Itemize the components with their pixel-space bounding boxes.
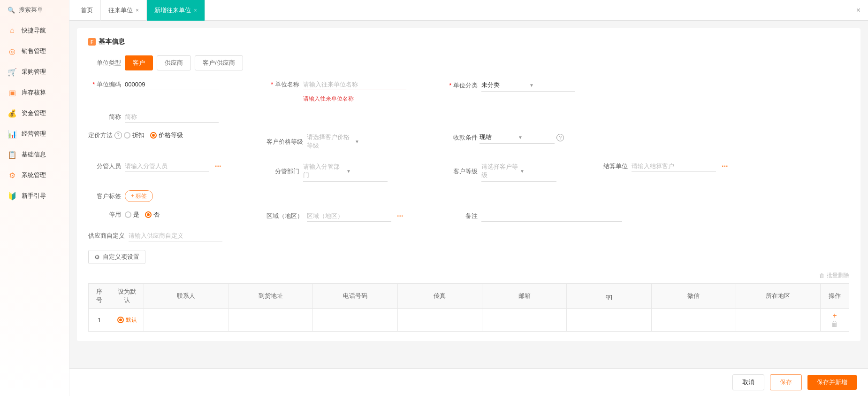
manager-more-btn[interactable]: ··· bbox=[213, 162, 223, 171]
default-radio-circle bbox=[117, 317, 124, 323]
unit-type-customer[interactable]: 客户 bbox=[125, 55, 153, 70]
sidebar-item-guide[interactable]: 🔰 新手引导 bbox=[0, 186, 69, 206]
sidebar-search[interactable]: 🔍 搜索菜单 bbox=[0, 0, 69, 20]
unit-type-both[interactable]: 客户/供应商 bbox=[195, 55, 243, 70]
row-region bbox=[736, 309, 820, 332]
row-address bbox=[228, 309, 313, 332]
section-title-label: 基本信息 bbox=[99, 38, 125, 46]
payment-condition-label: 收款条件 bbox=[445, 133, 478, 142]
table-header-row: 🗑 批量删除 bbox=[88, 272, 849, 280]
settlement-more-btn[interactable]: ··· bbox=[720, 162, 730, 171]
disabled-yes-radio[interactable]: 是 bbox=[125, 210, 139, 219]
customer-price-level-placeholder: 请选择客户价格等级 bbox=[307, 133, 353, 150]
pricing-row: 定价方法 ? 折扣 价格等级 客户 bbox=[88, 131, 849, 152]
unit-name-label: 单位名称 bbox=[266, 80, 299, 89]
disabled-no-radio[interactable]: 否 bbox=[145, 210, 160, 219]
inventory-icon: ▣ bbox=[8, 88, 17, 97]
custom-settings-button[interactable]: ⚙ 自定义项设置 bbox=[88, 250, 145, 264]
supplier-custom-input[interactable] bbox=[129, 230, 222, 241]
unit-type-supplier[interactable]: 供应商 bbox=[157, 55, 191, 70]
search-icon: 🔍 bbox=[8, 7, 15, 14]
batch-delete-button[interactable]: 🗑 批量删除 bbox=[819, 272, 849, 280]
col-contact: 联系人 bbox=[144, 284, 228, 309]
tab-partners[interactable]: 往来单位 × bbox=[101, 0, 147, 21]
col-wechat: 微信 bbox=[651, 284, 736, 309]
sidebar-item-finance[interactable]: 💰 资金管理 bbox=[0, 103, 69, 124]
sidebar-item-basics[interactable]: 📋 基础信息 bbox=[0, 144, 69, 165]
sidebar-item-label: 快捷导航 bbox=[22, 26, 46, 35]
disabled-radios: 是 否 bbox=[125, 210, 160, 219]
purchase-icon: 🛒 bbox=[8, 67, 17, 77]
unit-name-input[interactable] bbox=[303, 79, 406, 90]
cancel-button[interactable]: 取消 bbox=[732, 374, 764, 390]
col-email: 邮箱 bbox=[482, 284, 566, 309]
sidebar-item-sales[interactable]: ◎ 销售管理 bbox=[0, 41, 69, 62]
unit-code-input[interactable] bbox=[125, 79, 219, 90]
unit-name-field: 单位名称 请输入往来单位名称 bbox=[266, 79, 445, 103]
tab-new-partner-close[interactable]: × bbox=[194, 7, 197, 14]
tab-home[interactable]: 首页 bbox=[73, 0, 101, 21]
short-name-row: 简称 bbox=[88, 111, 849, 123]
short-name-input[interactable] bbox=[125, 111, 219, 123]
tab-new-partner[interactable]: 新增往来单位 × bbox=[147, 0, 205, 21]
department-select[interactable]: 请输入分管部门 ▼ bbox=[303, 161, 388, 182]
region-input[interactable] bbox=[307, 210, 391, 222]
customer-level-select[interactable]: 请选择客户等级 ▼ bbox=[481, 161, 556, 182]
table-region-input[interactable] bbox=[741, 317, 815, 324]
save-new-button[interactable]: 保存并新增 bbox=[807, 375, 857, 390]
settlement-unit-label: 结算单位 bbox=[595, 162, 628, 171]
contact-input[interactable] bbox=[149, 317, 223, 324]
customer-price-level-select[interactable]: 请选择客户价格等级 ▼ bbox=[307, 131, 401, 152]
sidebar-item-quick-nav[interactable]: ⌂ 快捷导航 bbox=[0, 20, 69, 41]
payment-help-icon[interactable]: ? bbox=[556, 134, 564, 141]
level-label: 价格等级 bbox=[159, 131, 183, 140]
tab-bar: 首页 往来单位 × 新增往来单位 × × bbox=[69, 0, 868, 21]
pricing-help-icon[interactable]: ? bbox=[114, 132, 122, 139]
sidebar-item-inventory[interactable]: ▣ 库存核算 bbox=[0, 82, 69, 103]
chevron-down-icon: ▼ bbox=[518, 135, 555, 140]
settlement-unit-input[interactable] bbox=[632, 161, 716, 172]
close-all-tabs[interactable]: × bbox=[853, 6, 864, 15]
disabled-field: 停用 是 否 bbox=[88, 210, 266, 219]
address-input[interactable] bbox=[233, 317, 308, 324]
row-phone bbox=[313, 309, 397, 332]
add-row-button[interactable]: + bbox=[831, 311, 838, 320]
payment-condition-value: 现结 bbox=[480, 133, 516, 141]
email-input[interactable] bbox=[487, 317, 562, 324]
unit-type-buttons: 客户 供应商 客户/供应商 bbox=[125, 55, 243, 70]
unit-category-select[interactable]: 未分类 ▼ bbox=[481, 79, 575, 92]
sidebar-item-label: 新手引导 bbox=[22, 192, 46, 200]
region-more-btn[interactable]: ··· bbox=[395, 212, 405, 220]
tab-partners-label: 往来单位 bbox=[108, 6, 133, 15]
delete-row-button[interactable]: 🗑 bbox=[830, 320, 840, 328]
col-actions: 操作 bbox=[820, 284, 849, 309]
pricing-discount-radio[interactable]: 折扣 bbox=[124, 131, 145, 140]
payment-condition-select[interactable]: 现结 ▼ bbox=[480, 131, 555, 144]
department-label: 分管部门 bbox=[266, 167, 299, 176]
manager-input[interactable] bbox=[125, 161, 209, 172]
fax-input[interactable] bbox=[403, 317, 477, 324]
add-tag-button[interactable]: + 标签 bbox=[125, 190, 153, 202]
sidebar-item-purchase[interactable]: 🛒 采购管理 bbox=[0, 62, 69, 82]
wechat-input[interactable] bbox=[656, 317, 731, 324]
tab-partners-close[interactable]: × bbox=[136, 7, 139, 14]
tags-row: 客户标签 + 标签 bbox=[88, 190, 849, 202]
qq-input[interactable] bbox=[571, 317, 646, 324]
customer-price-level-label: 客户价格等级 bbox=[266, 138, 303, 146]
sidebar-item-label: 销售管理 bbox=[22, 47, 46, 55]
row-default-radio[interactable]: 默认 bbox=[115, 316, 139, 324]
level-radio-circle bbox=[150, 132, 157, 139]
unit-code-label: 单位编码 bbox=[88, 80, 121, 89]
disabled-row: 停用 是 否 区域（地区） ··· bbox=[88, 210, 849, 222]
disabled-label: 停用 bbox=[88, 210, 121, 219]
sidebar-item-system[interactable]: ⚙ 系统管理 bbox=[0, 165, 69, 186]
remarks-input[interactable] bbox=[481, 210, 622, 222]
sidebar-item-label: 采购管理 bbox=[22, 68, 46, 76]
phone-input[interactable] bbox=[318, 317, 392, 324]
save-button[interactable]: 保存 bbox=[770, 374, 802, 390]
unit-category-value: 未分类 bbox=[481, 81, 527, 89]
row-index: 1 bbox=[89, 309, 110, 332]
sales-icon: ◎ bbox=[8, 47, 17, 56]
sidebar-item-operations[interactable]: 📊 经营管理 bbox=[0, 124, 69, 144]
pricing-level-radio[interactable]: 价格等级 bbox=[150, 131, 183, 140]
